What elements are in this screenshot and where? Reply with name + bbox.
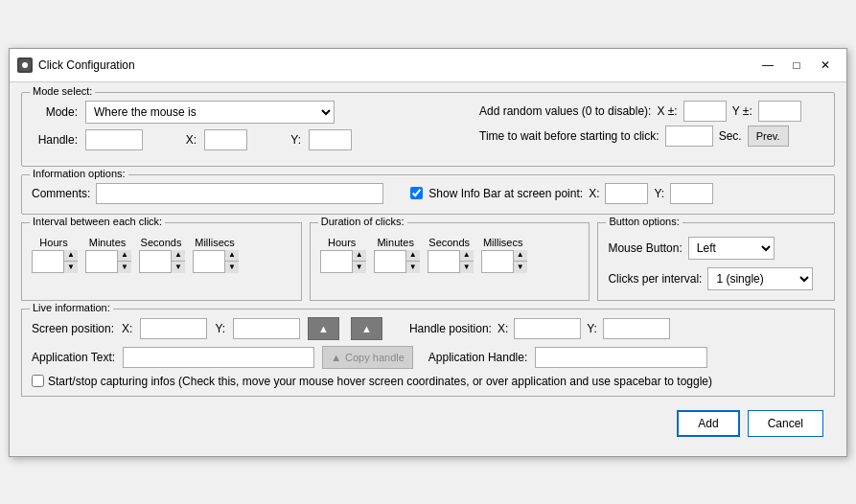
duration-hours-up[interactable]: ▲ xyxy=(353,250,366,262)
clicks-per-interval-select[interactable]: 1 (single) 2 (double) 3 (triple) xyxy=(707,267,813,290)
show-info-bar-checkbox[interactable] xyxy=(410,187,423,199)
screen-pos-label: Screen position: xyxy=(32,322,114,335)
mode-select-group: Mode select: Mode: Where the mouse is Sc… xyxy=(21,92,835,167)
x-rand-label: X ±: xyxy=(657,104,677,118)
app-handle-label: Application Handle: xyxy=(428,351,527,364)
x-label: X: xyxy=(150,133,197,147)
comments-label: Comments: xyxy=(32,187,90,200)
duration-hours-input[interactable]: 0 xyxy=(321,251,352,272)
live-x-input[interactable] xyxy=(140,318,207,339)
screen-y-input[interactable]: 1 xyxy=(670,183,713,204)
app-text-input[interactable] xyxy=(123,347,314,368)
copy-handle-button[interactable]: ▲ Copy handle xyxy=(322,346,413,369)
window-icon xyxy=(17,57,33,73)
button-options-group: Button options: Mouse Button: Left Right… xyxy=(597,222,835,301)
handle-pos-label: Handle position: xyxy=(409,322,492,335)
duration-seconds-input[interactable]: 10 xyxy=(428,251,459,272)
duration-millisecs-up[interactable]: ▲ xyxy=(514,250,527,262)
duration-minutes-down[interactable]: ▼ xyxy=(406,262,420,273)
interval-millisecs-down[interactable]: ▼ xyxy=(225,262,239,273)
duration-hours-label: Hours xyxy=(328,237,356,248)
screen-y-label: Y: xyxy=(654,187,664,200)
close-button[interactable]: ✕ xyxy=(812,55,839,76)
interval-label: Interval between each click: xyxy=(30,216,165,227)
clicks-per-interval-label: Clicks per interval: xyxy=(608,272,702,286)
duration-group: Duration of clicks: Hours 0 ▲ ▼ xyxy=(310,222,590,301)
wait-input[interactable]: 1 xyxy=(665,126,713,147)
sec-label: Sec. xyxy=(719,129,742,143)
y-rand-input[interactable]: 0 xyxy=(758,101,801,122)
duration-seconds-down[interactable]: ▼ xyxy=(460,262,474,273)
mouse-button-select[interactable]: Left Right Middle xyxy=(688,237,775,260)
copy-handle-icon: ▲ xyxy=(331,352,341,363)
interval-group: Interval between each click: Hours 0 ▲ ▼ xyxy=(21,222,302,301)
add-button[interactable]: Add xyxy=(677,410,739,437)
show-info-bar-label: Show Info Bar at screen point: xyxy=(428,187,583,200)
button-options-label: Button options: xyxy=(606,216,682,227)
prev-button[interactable]: Prev. xyxy=(748,126,789,147)
x-rand-input[interactable]: 0 xyxy=(683,101,727,122)
maximize-button[interactable]: □ xyxy=(783,55,810,76)
interval-minutes-input[interactable]: 0 xyxy=(86,251,117,272)
y-label: Y: xyxy=(255,133,301,147)
interval-seconds-label: Seconds xyxy=(141,237,182,248)
interval-hours-down[interactable]: ▼ xyxy=(64,262,78,273)
handle-y-input[interactable] xyxy=(603,318,670,339)
window-controls: — □ ✕ xyxy=(754,55,839,76)
info-options-label: Information options: xyxy=(30,168,128,179)
random-label: Add random values (0 to disable): xyxy=(479,104,651,118)
interval-millisecs-up[interactable]: ▲ xyxy=(225,250,239,262)
duration-seconds-label: Seconds xyxy=(428,237,470,248)
duration-millisecs-label: Millisecs xyxy=(483,237,523,248)
handle-input[interactable]: 0 xyxy=(85,129,143,150)
duration-millisecs-input[interactable]: 0 xyxy=(482,251,513,272)
interval-hours-input[interactable]: 0 xyxy=(33,251,63,272)
interval-seconds-up[interactable]: ▲ xyxy=(172,250,185,262)
nav-up-button[interactable]: ▲ xyxy=(308,317,339,340)
minimize-button[interactable]: — xyxy=(754,55,781,76)
y-input[interactable]: 0 xyxy=(309,129,352,150)
live-x-label: X: xyxy=(122,322,132,335)
mode-select-label: Mode select: xyxy=(30,85,95,97)
svg-point-1 xyxy=(22,62,28,68)
live-information-label: Live information: xyxy=(30,302,113,313)
mode-label: Mode: xyxy=(32,105,78,119)
capture-label: Start/stop capturing infos (Check this, … xyxy=(48,375,712,388)
app-text-label: Application Text: xyxy=(32,351,115,364)
interval-seconds-input[interactable]: 1 xyxy=(140,251,171,272)
nav-right-button[interactable]: ▲ xyxy=(351,317,382,340)
interval-minutes-label: Minutes xyxy=(89,237,127,248)
screen-x-input[interactable]: 1 xyxy=(605,183,648,204)
interval-hours-up[interactable]: ▲ xyxy=(64,250,78,262)
interval-seconds-down[interactable]: ▼ xyxy=(172,262,185,273)
capture-checkbox[interactable] xyxy=(32,375,44,387)
duration-minutes-label: Minutes xyxy=(377,237,414,248)
footer: Add Cancel xyxy=(21,404,835,447)
screen-x-label: X: xyxy=(589,187,599,200)
info-options-group: Information options: Comments: Show Info… xyxy=(21,174,835,215)
live-y-label: Y: xyxy=(215,322,225,335)
duration-seconds-up[interactable]: ▲ xyxy=(460,250,474,262)
interval-minutes-down[interactable]: ▼ xyxy=(118,262,131,273)
x-input[interactable]: 0 xyxy=(204,129,247,150)
app-handle-input[interactable] xyxy=(535,347,707,368)
handle-y-label: Y: xyxy=(587,322,597,335)
wait-label: Time to wait before starting to click: xyxy=(479,129,659,143)
handle-label: Handle: xyxy=(32,133,78,147)
window-title: Click Configuration xyxy=(38,58,135,72)
interval-hours-label: Hours xyxy=(39,237,67,248)
interval-minutes-up[interactable]: ▲ xyxy=(118,250,131,262)
interval-millisecs-input[interactable]: 0 xyxy=(194,251,224,272)
duration-minutes-input[interactable]: 0 xyxy=(375,251,405,272)
handle-x-label: X: xyxy=(497,322,508,335)
mouse-button-label: Mouse Button: xyxy=(608,241,682,255)
duration-minutes-up[interactable]: ▲ xyxy=(406,250,420,262)
duration-millisecs-down[interactable]: ▼ xyxy=(514,262,527,273)
mode-dropdown[interactable]: Where the mouse is Screen coordinates Ap… xyxy=(85,101,335,124)
live-y-input[interactable] xyxy=(233,318,300,339)
cancel-button[interactable]: Cancel xyxy=(748,410,823,437)
interval-millisecs-label: Millisecs xyxy=(195,237,235,248)
duration-hours-down[interactable]: ▼ xyxy=(353,262,366,273)
handle-x-input[interactable] xyxy=(514,318,581,339)
comments-input[interactable] xyxy=(96,183,383,204)
